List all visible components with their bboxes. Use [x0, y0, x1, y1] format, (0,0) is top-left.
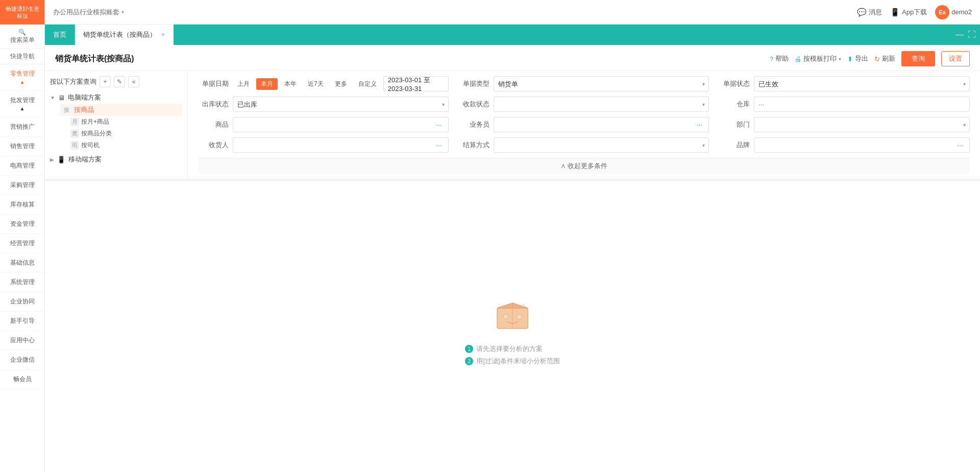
- tree-item-by-category[interactable]: 类 按商品分类: [68, 128, 182, 139]
- brand-input-wrapper[interactable]: ···: [754, 137, 970, 153]
- user-action[interactable]: Ea demo2: [935, 5, 972, 19]
- date-tab-custom[interactable]: 自定义: [354, 78, 381, 90]
- date-tabs: 上月 本月 本年 近7天 更多 自定义: [233, 78, 381, 90]
- payment-method-select[interactable]: [494, 137, 709, 153]
- sidebar-item-marketing[interactable]: 营销推广: [0, 117, 44, 137]
- tree-item-by-goods[interactable]: 按 按商品: [60, 104, 182, 116]
- sidebar-item-ecommerce[interactable]: 电商管理: [0, 156, 44, 176]
- export-button[interactable]: ⬆ 导出: [847, 54, 868, 63]
- help-button[interactable]: ? 帮助: [770, 54, 789, 63]
- message-action[interactable]: 💬 消息: [857, 8, 882, 17]
- print-button[interactable]: 🖨 按模板打印 ▾: [795, 54, 841, 63]
- dept-label: 部门: [719, 120, 750, 129]
- right-filter-panel: 单据日期 上月 本月 本年 近7天 更多 自定义 2023-: [188, 71, 980, 179]
- set-button[interactable]: 设置: [941, 51, 970, 66]
- doc-type-select-wrapper: 销货单 ▾: [494, 76, 709, 91]
- stock-status-label: 出库状态: [198, 100, 229, 109]
- svg-point-7: [519, 316, 520, 317]
- svg-text:✦: ✦: [498, 303, 501, 306]
- print-dropdown-icon[interactable]: ▾: [839, 56, 841, 62]
- tree-pc-items: 按 按商品 月 按月+商品 类 按商品分类: [50, 104, 182, 151]
- goods-dots[interactable]: ···: [434, 121, 444, 129]
- staff-label: 业务员: [459, 120, 489, 129]
- payment-status-select-wrapper: ▾: [494, 97, 709, 112]
- filter-dept: 部门 ▾: [719, 117, 970, 132]
- filter-goods: 商品 ···: [198, 117, 449, 132]
- brand-label: 品牌: [719, 140, 750, 150]
- download-icon: 📱: [890, 8, 900, 17]
- sidebar-item-sales[interactable]: 销售管理: [0, 137, 44, 156]
- tree-group-mobile-header[interactable]: ▶ 📱 移动端方案: [50, 153, 182, 166]
- dept-select[interactable]: [754, 117, 970, 132]
- warehouse-input[interactable]: [754, 97, 970, 112]
- filter-stock-status: 出库状态 已出库 ▾: [198, 97, 449, 112]
- goods-input-wrapper[interactable]: ···: [233, 117, 449, 132]
- sidebar-item-enterprise[interactable]: 企业协同: [0, 292, 44, 312]
- tab-minimize-button[interactable]: —: [955, 31, 964, 39]
- receiver-dots[interactable]: ···: [434, 141, 444, 149]
- search-icon: 🔍: [2, 29, 42, 36]
- edit-scheme-button[interactable]: ✎: [114, 76, 125, 87]
- date-tab-more[interactable]: 更多: [330, 78, 352, 90]
- sidebar-item-wholesale[interactable]: 批发管理 ▲: [0, 91, 44, 117]
- tree-group-pc-header[interactable]: ▼ 🖥 电脑端方案: [50, 91, 182, 104]
- tab-home[interactable]: 首页: [45, 25, 75, 45]
- help-icon: ?: [770, 55, 773, 63]
- sidebar-item-guide[interactable]: 新手引导: [0, 312, 44, 331]
- sidebar-item-apps[interactable]: 应用中心: [0, 331, 44, 350]
- add-scheme-button[interactable]: +: [100, 76, 111, 87]
- query-button[interactable]: 查询: [901, 51, 935, 66]
- sidebar-search[interactable]: 🔍 搜索菜单: [0, 25, 44, 49]
- tree-mobile-arrow-icon: ▶: [50, 157, 54, 162]
- sidebar-item-wechat[interactable]: 企业微信: [0, 350, 44, 370]
- staff-input-wrapper[interactable]: ···: [494, 117, 709, 132]
- empty-tips-list: 1 请先选择要分析的方案 2 用[过滤]条件来缩小分析范围: [465, 344, 559, 369]
- empty-tip-1: 1 请先选择要分析的方案: [465, 344, 559, 353]
- staff-dots[interactable]: ···: [695, 121, 705, 129]
- page-title: 销货单统计表(按商品): [55, 54, 770, 64]
- tree-item-by-driver[interactable]: 司 按司机: [68, 139, 182, 151]
- doc-status-select[interactable]: 已生效: [754, 76, 970, 91]
- date-range-display[interactable]: 2023-03-01 至 2023-03-31: [383, 76, 449, 91]
- sidebar-item-operations[interactable]: 经营管理: [0, 234, 44, 253]
- account-dropdown-icon[interactable]: ▾: [121, 9, 124, 15]
- topbar-actions: 💬 消息 📱 App下载 Ea demo2: [857, 5, 972, 19]
- sidebar-item-inventory[interactable]: 库存核算: [0, 195, 44, 215]
- tab-close-button[interactable]: ×: [161, 31, 165, 38]
- tree-sub-items: 月 按月+商品 类 按商品分类 司 按司机: [60, 116, 182, 151]
- sidebar-item-finance[interactable]: 资金管理: [0, 215, 44, 234]
- collapse-bar[interactable]: ∧ 收起更多条件: [198, 158, 970, 174]
- sidebar-item-basic[interactable]: 基础信息: [0, 253, 44, 273]
- filter-date: 单据日期 上月 本月 本年 近7天 更多 自定义 2023-: [198, 76, 449, 91]
- sidebar-item-member[interactable]: 畅会员: [0, 370, 44, 389]
- receiver-input-wrapper[interactable]: ···: [233, 137, 449, 153]
- sidebar-item-purchase[interactable]: 采购管理: [0, 176, 44, 195]
- payment-status-select[interactable]: [494, 97, 709, 112]
- sidebar-menu-list: 零售管理 ▲ 批发管理 ▲ 营销推广 销售管理 电商管理 采购管理 库存核算 资…: [0, 64, 44, 472]
- filter-row-1: 单据日期 上月 本月 本年 近7天 更多 自定义 2023-: [198, 76, 970, 91]
- tab-active[interactable]: 销货单统计表（按商品） ×: [75, 25, 174, 45]
- left-filter-panel: 按以下方案查询 + ✎ « ▼ 🖥 电脑端方案 按: [45, 71, 188, 179]
- date-tab-this-month[interactable]: 本月: [256, 78, 278, 90]
- filter-payment-method: 结算方式 ▾: [459, 137, 709, 153]
- refresh-button[interactable]: ↻ 刷新: [874, 54, 895, 63]
- date-tab-prev[interactable]: 上月: [233, 78, 254, 90]
- filter-row-3: 商品 ··· 业务员 ···: [198, 117, 970, 132]
- filter-doc-status: 单据状态 已生效 ▾: [719, 76, 970, 91]
- tab-maximize-button[interactable]: ⛶: [968, 31, 976, 39]
- doc-type-select[interactable]: 销货单: [494, 76, 709, 91]
- collapse-left-button[interactable]: «: [128, 76, 139, 87]
- stock-status-select-wrapper: 已出库 ▾: [233, 97, 449, 112]
- date-tab-recent7[interactable]: 近7天: [303, 78, 328, 90]
- sidebar-quick-nav[interactable]: 快捷导航: [0, 49, 44, 64]
- sidebar-item-system[interactable]: 系统管理: [0, 273, 44, 292]
- app-download-action[interactable]: 📱 App下载: [890, 8, 927, 17]
- refresh-icon: ↻: [874, 55, 880, 63]
- filter-tree: ▼ 🖥 电脑端方案 按 按商品 月: [50, 91, 182, 166]
- brand-dots[interactable]: ···: [955, 141, 965, 149]
- doc-status-select-wrapper: 已生效 ▾: [754, 76, 970, 91]
- date-tab-this-year[interactable]: 本年: [280, 78, 301, 90]
- tree-item-by-month-goods[interactable]: 月 按月+商品: [68, 116, 182, 128]
- sidebar-item-retail[interactable]: 零售管理 ▲: [0, 64, 44, 91]
- stock-status-select[interactable]: 已出库: [233, 97, 449, 112]
